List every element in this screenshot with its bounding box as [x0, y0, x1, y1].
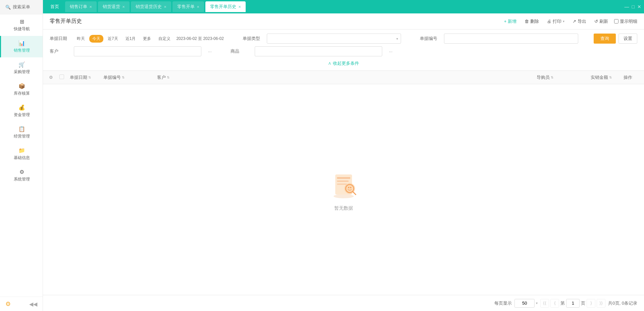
th-guide-label: 导购员 — [537, 74, 550, 81]
sidebar-search-label: 搜索采单 — [13, 4, 30, 10]
filter-settings-button[interactable]: 设置 — [618, 34, 637, 44]
query-button[interactable]: 查询 — [594, 34, 616, 44]
tab-sales-return-history[interactable]: 销货退货历史✕ — [131, 1, 171, 12]
th-guide-sort-icon: ⇅ — [551, 75, 553, 79]
goods-input[interactable] — [255, 46, 382, 56]
tab-sales-return[interactable]: 销货退货✕ — [98, 1, 130, 12]
per-page-input[interactable] — [514, 299, 535, 308]
refresh-button[interactable]: ↺ 刷新 — [592, 17, 610, 26]
tab-label-sales-return-history: 销货退货历史 — [136, 4, 162, 10]
per-page-chevron-icon[interactable]: ▾ — [536, 301, 538, 305]
page-nav: ⟨⟨ ⟨ 第 页 ⟩ ⟩⟩ — [540, 299, 605, 308]
basic-info-icon: 📁 — [18, 147, 25, 154]
search-icon: 🔍 — [5, 5, 11, 10]
th-action: 操作 — [614, 74, 641, 81]
collapse-more-button[interactable]: ∧ 收起更多条件 — [328, 60, 359, 66]
tab-close-sales-return[interactable]: ✕ — [122, 5, 125, 9]
print-button[interactable]: 🖨 打印 ▾ — [545, 17, 566, 26]
last-page-button[interactable]: ⟩⟩ — [597, 299, 605, 308]
add-button[interactable]: + 新增 — [502, 17, 518, 26]
th-amount[interactable]: 实销金额 ⇅ — [574, 74, 614, 81]
sidebar-search[interactable]: 🔍 搜索采单 — [0, 0, 43, 14]
finance-mgmt-label: 资金管理 — [14, 112, 30, 118]
bill-type-select[interactable]: ▾ — [267, 34, 401, 44]
maximize-button[interactable]: □ — [632, 4, 635, 9]
quick-nav-label: 快捷导航 — [14, 26, 30, 32]
next-page-button[interactable]: ⟩ — [587, 299, 595, 308]
sidebar-item-purchase-mgmt[interactable]: 🛒 采购管理 — [0, 57, 43, 79]
sidebar-item-basic-info[interactable]: 📁 基础信息 — [0, 143, 43, 165]
th-date[interactable]: 单据日期 ⇅ — [67, 74, 101, 81]
empty-state-icon — [327, 168, 360, 201]
date-btn-custom[interactable]: 自定义 — [155, 35, 174, 43]
th-amount-sort-icon: ⇅ — [609, 75, 612, 79]
page-label: 第 — [560, 300, 565, 306]
bill-no-filter-label: 单据编号 — [420, 36, 439, 42]
customer-ellipsis[interactable]: ··· — [208, 49, 212, 54]
tab-retail-open-history[interactable]: 零售开单历史✕ — [205, 1, 246, 12]
filter-panel: 单据日期 昨天 今天 近7天 近1月 更多 自定义 2023-06-02 至 2… — [43, 30, 644, 71]
sidebar-item-sys-mgmt[interactable]: ⚙ 系统管理 — [0, 165, 43, 186]
th-date-label: 单据日期 — [70, 74, 87, 81]
tab-close-retail-open-history[interactable]: ✕ — [238, 5, 241, 9]
th-billno-label: 单据编号 — [103, 74, 121, 81]
date-btn-more[interactable]: 更多 — [140, 35, 154, 43]
bill-type-filter-label: 单据类型 — [243, 36, 261, 42]
tab-close-retail-open[interactable]: ✕ — [197, 5, 199, 9]
settings-icon[interactable]: ⚙ — [5, 300, 11, 308]
page-input[interactable] — [566, 299, 580, 308]
tab-retail-open[interactable]: 零售开单✕ — [172, 1, 204, 12]
checkbox-box[interactable] — [59, 74, 64, 79]
sidebar-item-finance-mgmt[interactable]: 💰 资金管理 — [0, 100, 43, 122]
toolbar: + 新增 🗑 删除 🖨 打印 ▾ ↗ 导出 ↺ 刷新 — [502, 17, 637, 26]
sys-mgmt-label: 系统管理 — [14, 176, 30, 182]
date-btn-7days[interactable]: 近7天 — [105, 35, 121, 43]
th-billno-sort-icon: ⇅ — [122, 75, 125, 79]
sidebar-item-inventory[interactable]: 📦 库存核算 — [0, 79, 43, 100]
date-filter-buttons: 昨天 今天 近7天 近1月 更多 自定义 2023-06-02 至 2023-0… — [74, 35, 224, 43]
sidebar-item-quick-nav[interactable]: ⊞ 快捷导航 — [0, 14, 43, 36]
th-billno[interactable]: 单据编号 ⇅ — [101, 74, 154, 81]
goods-ellipsis[interactable]: ··· — [389, 49, 393, 54]
th-customer-label: 客户 — [157, 74, 166, 81]
tab-close-sales-return-history[interactable]: ✕ — [164, 5, 166, 9]
date-filter-label: 单据日期 — [50, 36, 68, 42]
export-icon: ↗ — [573, 19, 576, 24]
bill-type-chevron-icon: ▾ — [396, 37, 398, 41]
date-btn-today[interactable]: 今天 — [89, 35, 103, 43]
first-page-button[interactable]: ⟨⟨ — [540, 299, 549, 308]
customer-filter-label: 客户 — [50, 48, 68, 54]
th-guide[interactable]: 导购员 ⇅ — [534, 74, 574, 81]
sidebar-footer: ⚙ ◀◀ — [0, 297, 43, 311]
date-btn-1month[interactable]: 近1月 — [122, 35, 139, 43]
tab-sales-order[interactable]: 销售订单✕ — [65, 1, 97, 12]
table-header: ⚙ 单据日期 ⇅ 单据编号 ⇅ 客户 ⇅ 导购员 ⇅ — [43, 71, 644, 84]
tab-home[interactable]: 首页 — [46, 1, 64, 12]
empty-state: 暂无数据 — [43, 84, 644, 295]
close-button[interactable]: ✕ — [637, 4, 641, 9]
delete-button[interactable]: 🗑 删除 — [523, 17, 541, 26]
select-all-checkbox[interactable] — [56, 74, 67, 80]
goods-filter-label: 商品 — [231, 48, 249, 54]
sidebar-item-ops-mgmt[interactable]: 📋 经营管理 — [0, 122, 43, 143]
show-detail-toggle[interactable]: 显示明细 — [614, 18, 637, 24]
export-button[interactable]: ↗ 导出 — [571, 17, 588, 26]
column-settings-icon[interactable]: ⚙ — [46, 75, 56, 80]
minimize-button[interactable]: — — [625, 4, 629, 9]
customer-input[interactable] — [74, 46, 201, 56]
show-detail-checkbox[interactable] — [614, 19, 618, 23]
tab-label-retail-open-history: 零售开单历史 — [210, 4, 236, 10]
print-chevron-icon: ▾ — [563, 19, 564, 23]
svg-rect-2 — [337, 177, 350, 179]
table-container: ⚙ 单据日期 ⇅ 单据编号 ⇅ 客户 ⇅ 导购员 ⇅ — [43, 71, 644, 311]
tab-label-sales-order: 销售订单 — [70, 4, 87, 10]
date-btn-yesterday[interactable]: 昨天 — [74, 35, 88, 43]
sidebar-item-sales-mgmt[interactable]: 📊 销售管理 — [0, 36, 43, 57]
tab-close-sales-order[interactable]: ✕ — [89, 5, 92, 9]
page-end-label: 页 — [581, 300, 585, 306]
tab-label-retail-open: 零售开单 — [177, 4, 195, 10]
th-customer[interactable]: 客户 ⇅ — [154, 74, 534, 81]
bill-no-input[interactable] — [444, 34, 578, 44]
collapse-sidebar-icon[interactable]: ◀◀ — [29, 301, 37, 307]
prev-page-button[interactable]: ⟨ — [550, 299, 559, 308]
